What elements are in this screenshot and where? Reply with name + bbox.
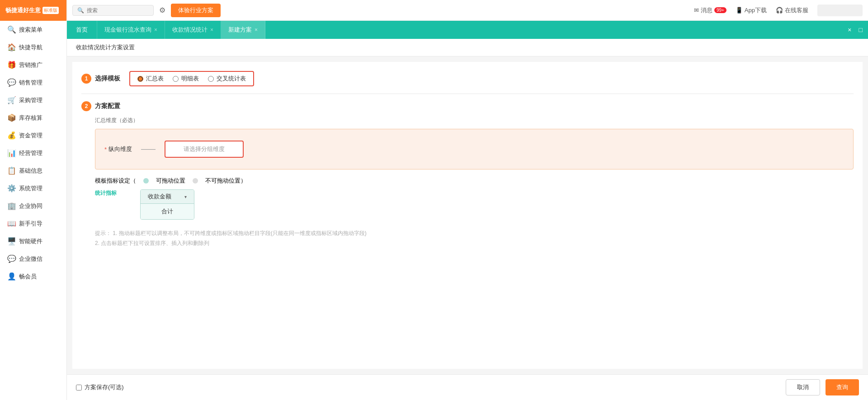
tab-new-plan[interactable]: 新建方案 ×: [221, 21, 265, 39]
home-icon: 🏠: [7, 43, 15, 52]
sidebar-logo: 畅捷通好生意 标准版: [0, 0, 66, 21]
sidebar-item-label: 搜索菜单: [19, 26, 42, 34]
stats-table-header[interactable]: 收款金额 ▾: [141, 190, 194, 204]
industry-plan-button[interactable]: 体验行业方案: [171, 4, 221, 17]
sidebar-item-label: 基础信息: [19, 167, 42, 175]
radio-summary[interactable]: 汇总表: [137, 75, 164, 83]
sidebar-item-system[interactable]: ⚙️ 系统管理: [0, 179, 66, 197]
stats-table: 收款金额 ▾ 合计: [140, 189, 194, 220]
query-button[interactable]: 查询: [826, 379, 859, 395]
vertical-dim-label: 纵向维度: [108, 145, 132, 153]
gear-icon: ⚙️: [7, 184, 15, 193]
maximize-icon[interactable]: □: [857, 24, 864, 35]
page-header: 收款情况统计方案设置: [67, 39, 868, 56]
minimize-icon[interactable]: ×: [846, 24, 853, 35]
sidebar-item-enterprise[interactable]: 🏢 企业协同: [0, 197, 66, 215]
radio-cross-label: 交叉统计表: [217, 75, 246, 83]
notifications-badge: 99+: [714, 7, 726, 13]
user-info-bar[interactable]: [817, 5, 863, 16]
close-icon[interactable]: ×: [255, 27, 258, 33]
sidebar-item-label: 系统管理: [19, 184, 42, 193]
sidebar: 畅捷通好生意 标准版 🔍 搜索菜单 🏠 快捷导航 🎁 营销推广 💬 销售管理 🛒…: [0, 0, 67, 400]
metrics-section: 模板指标设定（ 可拖动位置 不可拖动位置） 统计指标 收款金额: [95, 177, 854, 220]
sidebar-item-purchase[interactable]: 🛒 采购管理: [0, 91, 66, 109]
fixed-dot: [193, 178, 198, 184]
sidebar-item-basic-info[interactable]: 📋 基础信息: [0, 162, 66, 179]
metrics-table-area: 统计指标 收款金额 ▾ 合计: [95, 189, 854, 220]
box-icon: 📦: [7, 113, 15, 122]
sidebar-item-inventory[interactable]: 📦 库存核算: [0, 109, 66, 127]
online-service-label: 在线客服: [785, 6, 808, 14]
close-icon[interactable]: ×: [154, 27, 157, 33]
sidebar-item-newbie[interactable]: 📖 新手引导: [0, 215, 66, 232]
online-service-item[interactable]: 🎧 在线客服: [776, 6, 808, 14]
settings-icon[interactable]: ⚙: [159, 6, 165, 14]
radio-detail-label: 明细表: [181, 75, 199, 83]
tip2-text: 2. 点击标题栏下拉可设置排序、插入列和删除列: [95, 240, 209, 246]
step1-row: 1 选择模板 汇总表 明细表 交叉统计表: [81, 71, 854, 86]
save-plan-checkbox-input[interactable]: [76, 385, 82, 391]
sidebar-item-quick-nav[interactable]: 🏠 快捷导航: [0, 38, 66, 56]
close-icon[interactable]: ×: [210, 27, 213, 33]
save-plan-label: 方案保存(可选): [85, 383, 124, 391]
sidebar-item-operations[interactable]: 📊 经营管理: [0, 144, 66, 162]
sidebar-item-label: 企业协同: [19, 202, 42, 210]
dimension-box: * 纵向维度 —— 请选择分组维度: [95, 129, 854, 169]
radio-cross-input[interactable]: [208, 76, 214, 82]
draggable-label: 可拖动位置: [156, 177, 185, 185]
sidebar-item-search-menu[interactable]: 🔍 搜索菜单: [0, 21, 66, 38]
sidebar-item-sales[interactable]: 💬 销售管理: [0, 74, 66, 91]
sidebar-item-smart-hardware[interactable]: 🖥️ 智能硬件: [0, 232, 66, 250]
bottom-bar: 方案保存(可选) 取消 查询: [67, 374, 868, 400]
tip1-text: 1. 拖动标题栏可以调整布局，不可跨维度或指标区域拖动栏目字段(只能在同一维度或…: [113, 230, 366, 236]
sidebar-item-enterprise-wechat[interactable]: 💬 企业微信: [0, 250, 66, 268]
sidebar-item-finance[interactable]: 💰 资金管理: [0, 127, 66, 144]
page-title: 收款情况统计方案设置: [76, 44, 135, 51]
sidebar-item-label: 新手引导: [19, 220, 42, 228]
sidebar-item-label: 畅会员: [19, 273, 37, 281]
tab-bank-flow[interactable]: 现金银行流水查询 ×: [97, 21, 165, 39]
tips-section: 提示： 1. 拖动标题栏可以调整布局，不可跨维度或指标区域拖动栏目字段(只能在同…: [95, 229, 854, 248]
fixed-label: 不可拖动位置）: [205, 177, 246, 185]
tab-bank-flow-label: 现金银行流水查询: [104, 26, 151, 34]
save-plan-checkbox[interactable]: 方案保存(可选): [76, 383, 124, 391]
radio-cross[interactable]: 交叉统计表: [208, 75, 246, 83]
sidebar-item-marketing[interactable]: 🎁 营销推广: [0, 56, 66, 74]
search-icon: 🔍: [7, 25, 15, 34]
tab-home[interactable]: 首页: [67, 21, 97, 39]
dimension-section-title: 汇总维度（必选）: [95, 117, 854, 124]
sidebar-item-label: 智能硬件: [19, 237, 42, 245]
step1-title: 选择模板: [95, 75, 120, 83]
stats-total-label: 合计: [161, 208, 173, 215]
radio-summary-label: 汇总表: [146, 75, 164, 83]
tab-new-plan-label: 新建方案: [228, 26, 252, 34]
building-icon: 🏢: [7, 202, 15, 210]
arrow-icon: ——: [141, 145, 156, 153]
search-input[interactable]: [87, 7, 150, 14]
radio-summary-input[interactable]: [137, 76, 143, 82]
monitor-icon: 🖥️: [7, 237, 15, 245]
select-dimension-button[interactable]: 请选择分组维度: [165, 141, 244, 158]
metrics-section-title: 模板指标设定（: [95, 177, 136, 185]
step1-circle: 1: [81, 74, 91, 84]
app-name: 畅捷通好生意: [5, 6, 41, 14]
download-icon: 📱: [736, 7, 743, 14]
app-download-item[interactable]: 📱 App下载: [736, 6, 767, 14]
money-icon: 💰: [7, 131, 15, 140]
step2-content: 汇总维度（必选） * 纵向维度 —— 请选择分组维度 模板指标设定（ 可拖动位置…: [81, 117, 854, 248]
tip2: 2. 点击标题栏下拉可设置排序、插入列和删除列: [95, 239, 854, 249]
divider-1: [81, 94, 854, 94]
topbar-right: ✉ 消息 99+ 📱 App下载 🎧 在线客服: [694, 5, 863, 16]
search-bar[interactable]: 🔍: [72, 5, 154, 16]
stats-table-header-label: 收款金额: [148, 193, 171, 201]
cancel-button[interactable]: 取消: [786, 379, 820, 395]
chevron-down-icon[interactable]: ▾: [184, 194, 187, 199]
radio-detail-input[interactable]: [173, 76, 179, 82]
radio-detail[interactable]: 明细表: [173, 75, 199, 83]
form-card: 1 选择模板 汇总表 明细表 交叉统计表: [72, 62, 863, 369]
sidebar-item-member[interactable]: 👤 畅会员: [0, 268, 66, 285]
metrics-label-row: 模板指标设定（ 可拖动位置 不可拖动位置）: [95, 177, 854, 185]
notifications-item[interactable]: ✉ 消息 99+: [694, 6, 726, 14]
tab-receipt-stats[interactable]: 收款情况统计 ×: [165, 21, 221, 39]
user-icon: 👤: [7, 272, 15, 281]
